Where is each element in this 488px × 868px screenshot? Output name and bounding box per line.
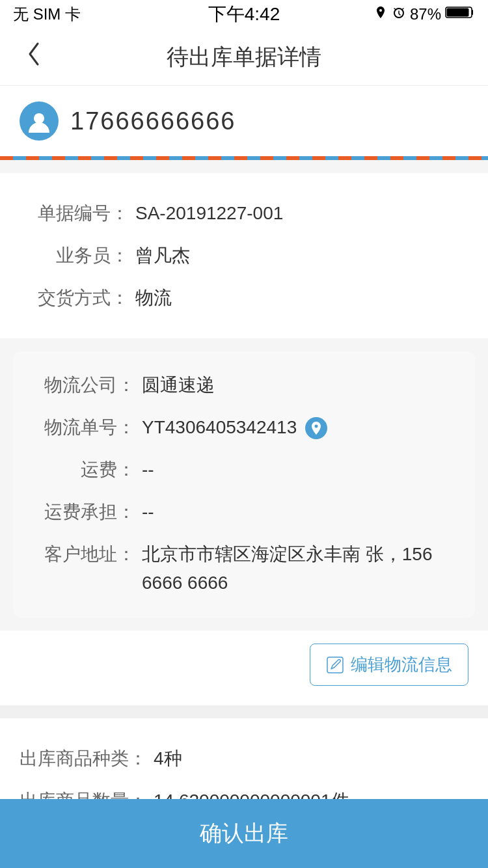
delivery-method-value: 物流 — [129, 284, 468, 313]
avatar — [20, 102, 59, 141]
logistics-card: 物流公司： 圆通速递 物流单号： YT43064053424​13 运费： --… — [13, 351, 475, 617]
section-divider — [0, 705, 488, 718]
status-right: 87% — [373, 5, 475, 23]
freight-bearer-row: 运费承担： -- — [26, 491, 462, 534]
location-pin-icon[interactable] — [305, 416, 328, 440]
order-no-row: 单据编号： SA-20191227-001 — [20, 193, 468, 235]
svg-point-3 — [34, 113, 44, 124]
user-header: 17666666666 — [0, 86, 488, 156]
battery-icon — [445, 5, 475, 23]
carrier-label: 无 SIM 卡 — [13, 4, 81, 25]
logistics-company-row: 物流公司： 圆通速递 — [26, 364, 462, 407]
tracking-no-label: 物流单号： — [26, 413, 135, 442]
sales-person-label: 业务员： — [20, 241, 129, 271]
goods-type-label: 出库商品种类： — [20, 744, 147, 774]
address-row: 客户地址： 北京市市辖区海淀区永丰南 张，156 6666 6666 — [26, 534, 462, 605]
freight-value: -- — [135, 455, 462, 485]
tracking-no-value: YT43064053424​13 — [135, 413, 462, 442]
svg-rect-2 — [447, 8, 469, 17]
sales-person-value: 曾凡杰 — [129, 241, 468, 271]
logistics-company-value: 圆通速递 — [135, 371, 462, 400]
freight-label: 运费： — [26, 455, 135, 485]
delivery-method-row: 交货方式： 物流 — [20, 277, 468, 319]
confirm-outbound-button[interactable]: 确认出库 — [0, 819, 488, 848]
freight-row: 运费： -- — [26, 449, 462, 491]
delivery-method-label: 交货方式： — [20, 284, 129, 313]
nav-bar: 待出库单据详情 — [0, 29, 488, 86]
location-status-icon — [373, 5, 388, 23]
order-no-label: 单据编号： — [20, 199, 129, 228]
freight-bearer-value: -- — [135, 498, 462, 527]
battery-label: 87% — [410, 5, 441, 23]
goods-type-value: 4种 — [147, 744, 468, 774]
order-info-section: 单据编号： SA-20191227-001 业务员： 曾凡杰 交货方式： 物流 — [0, 173, 488, 338]
status-bar: 无 SIM 卡 下午4:42 87% — [0, 0, 488, 29]
svg-rect-5 — [327, 657, 343, 673]
logistics-company-label: 物流公司： — [26, 371, 135, 400]
edit-logistics-button[interactable]: 编辑物流信息 — [310, 644, 468, 686]
address-value: 北京市市辖区海淀区永丰南 张，156 6666 6666 — [135, 540, 462, 599]
status-left: 无 SIM 卡 — [13, 4, 86, 25]
tracking-no-row: 物流单号： YT43064053424​13 — [26, 407, 462, 449]
user-phone: 17666666666 — [70, 107, 236, 135]
page-title: 待出库单据详情 — [167, 42, 321, 72]
back-button[interactable] — [20, 34, 48, 79]
edit-logistics-section: 编辑物流信息 — [0, 631, 488, 705]
confirm-btn-wrap: 确认出库 — [0, 799, 488, 868]
order-no-value: SA-20191227-001 — [129, 199, 468, 228]
goods-type-row: 出库商品种类： 4种 — [20, 738, 468, 780]
dashed-separator — [0, 156, 488, 160]
alarm-icon — [392, 5, 406, 23]
freight-bearer-label: 运费承担： — [26, 498, 135, 527]
address-label: 客户地址： — [26, 540, 135, 569]
status-time: 下午4:42 — [208, 2, 280, 27]
sales-person-row: 业务员： 曾凡杰 — [20, 235, 468, 277]
